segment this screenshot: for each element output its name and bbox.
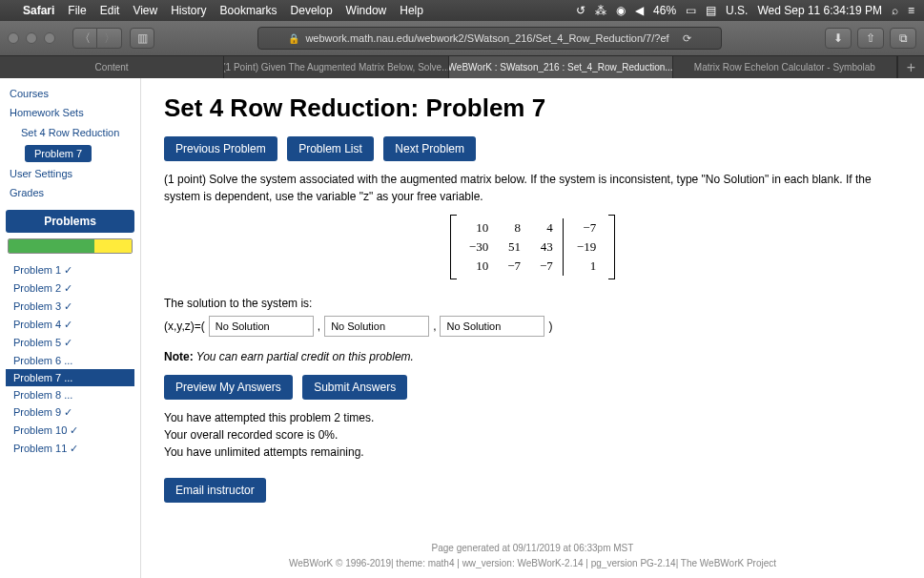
mac-menubar: Safari File Edit View History Bookmarks … — [0, 0, 924, 21]
timemachine-icon[interactable]: ↺ — [576, 4, 585, 17]
back-button[interactable]: 〈 — [72, 28, 97, 49]
flag-icon[interactable]: ▤ — [706, 4, 716, 17]
solution-prefix: (x,y,z)=( — [164, 320, 205, 333]
problem-2[interactable]: Problem 2 ✓ — [6, 279, 134, 298]
sidebar-user-settings[interactable]: User Settings — [0, 164, 140, 183]
progress-bar — [8, 238, 133, 254]
submit-answers-button[interactable]: Submit Answers — [302, 375, 407, 400]
tab-chegg[interactable]: (1 Point) Given The Augmented Matrix Bel… — [224, 56, 448, 78]
battery-percent[interactable]: 46% — [653, 4, 676, 17]
downloads-button[interactable]: ⬇ — [825, 28, 852, 49]
instruction-text: (1 point) Solve the system associated wi… — [164, 171, 901, 205]
wifi-icon[interactable]: ◉ — [616, 4, 626, 17]
progress-complete — [9, 239, 94, 253]
problem-4[interactable]: Problem 4 ✓ — [6, 316, 134, 334]
menu-history[interactable]: History — [171, 4, 206, 17]
problems-header: Problems — [6, 210, 134, 233]
menu-help[interactable]: Help — [400, 4, 423, 17]
menu-develop[interactable]: Develop — [291, 4, 333, 17]
answer-x-input[interactable] — [209, 316, 314, 337]
problem-10[interactable]: Problem 10 ✓ — [6, 422, 134, 440]
problem-11[interactable]: Problem 11 ✓ — [6, 440, 134, 458]
locale[interactable]: U.S. — [726, 4, 748, 17]
sidebar-button[interactable]: ▥ — [130, 28, 154, 49]
problem-list-button[interactable]: Problem List — [287, 136, 374, 161]
problem-1[interactable]: Problem 1 ✓ — [6, 261, 134, 279]
app-name[interactable]: Safari — [23, 4, 54, 17]
page-footer: Page generated at 09/11/2019 at 06:33pm … — [164, 541, 901, 571]
problem-8[interactable]: Problem 8 ... — [6, 386, 134, 403]
email-instructor-button[interactable]: Email instructor — [164, 478, 266, 503]
footer-generated: Page generated at 09/11/2019 at 06:33pm … — [164, 541, 901, 556]
share-button[interactable]: ⇧ — [857, 28, 884, 49]
safari-toolbar: 〈 〉 ▥ 🔒 webwork.math.nau.edu/webwork2/SW… — [0, 21, 924, 55]
remaining-text: You have unlimited attempts remaining. — [164, 444, 901, 461]
problem-5[interactable]: Problem 5 ✓ — [6, 334, 134, 352]
tab-symbolab[interactable]: Matrix Row Echelon Calculator - Symbolab — [673, 56, 897, 78]
sidebar-grades[interactable]: Grades — [0, 183, 140, 202]
score-text: Your overall recorded score is 0%. — [164, 426, 901, 444]
sidebar-homework-sets[interactable]: Homework Sets — [0, 103, 140, 122]
tabs-button[interactable]: ⧉ — [890, 28, 916, 49]
tab-content[interactable]: Content — [0, 56, 224, 78]
spotlight-icon[interactable]: ⌕ — [892, 4, 898, 17]
new-tab-button[interactable]: + — [897, 56, 924, 78]
datetime[interactable]: Wed Sep 11 6:34:19 PM — [757, 4, 882, 17]
problems-panel: Problems Problem 1 ✓ Problem 2 ✓ Problem… — [6, 210, 134, 458]
menu-edit[interactable]: Edit — [100, 4, 120, 17]
battery-icon[interactable]: ▭ — [686, 4, 696, 17]
next-problem-button[interactable]: Next Problem — [383, 136, 476, 161]
progress-partial — [94, 239, 132, 253]
solution-row: (x,y,z)=( , , ) — [164, 316, 901, 337]
solution-label: The solution to the system is: — [164, 297, 901, 310]
matrix-display: 1084−7 −305143−19 10−7−71 — [164, 215, 901, 279]
page-title: Set 4 Row Reduction: Problem 7 — [164, 93, 901, 123]
answer-z-input[interactable] — [440, 316, 544, 337]
menu-view[interactable]: View — [133, 4, 157, 17]
preview-answers-button[interactable]: Preview My Answers — [164, 375, 293, 400]
tab-webwork[interactable]: WeBWorK : SWatson_216 : Set_4_Row_Reduct… — [449, 56, 673, 78]
menu-window[interactable]: Window — [346, 4, 387, 17]
sidebar: Courses Homework Sets Set 4 Row Reductio… — [0, 78, 141, 578]
window-controls — [8, 32, 55, 44]
zoom-dot[interactable] — [44, 32, 55, 44]
footer-credits: WeBWorK © 1996-2019| theme: math4 | ww_v… — [164, 556, 901, 571]
menu-file[interactable]: File — [68, 4, 86, 17]
problem-7[interactable]: Problem 7 ... — [6, 369, 134, 386]
volume-icon[interactable]: ◀ — [635, 4, 644, 17]
bluetooth-icon[interactable]: ⁂ — [595, 4, 606, 17]
page-body: Courses Homework Sets Set 4 Row Reductio… — [0, 78, 924, 578]
sidebar-current-problem[interactable]: Problem 7 — [25, 145, 92, 162]
attempts-text: You have attempted this problem 2 times. — [164, 409, 901, 426]
note-text: Note: You can earn partial credit on thi… — [164, 350, 901, 363]
solution-suffix: ) — [548, 320, 552, 333]
close-dot[interactable] — [8, 32, 19, 44]
address-bar[interactable]: 🔒 webwork.math.nau.edu/webwork2/SWatson_… — [257, 27, 722, 50]
menu-bookmarks[interactable]: Bookmarks — [220, 4, 277, 17]
answer-y-input[interactable] — [324, 316, 429, 337]
prev-problem-button[interactable]: Previous Problem — [164, 136, 277, 161]
forward-button[interactable]: 〉 — [97, 28, 122, 49]
reload-icon[interactable]: ⟳ — [683, 32, 691, 45]
url-text: webwork.math.nau.edu/webwork2/SWatson_21… — [305, 32, 668, 44]
lock-icon: 🔒 — [288, 33, 299, 44]
tab-strip: Content (1 Point) Given The Augmented Ma… — [0, 55, 924, 78]
list-icon[interactable]: ≡ — [908, 4, 914, 17]
problem-6[interactable]: Problem 6 ... — [6, 352, 134, 369]
main-content: Set 4 Row Reduction: Problem 7 Previous … — [141, 78, 924, 578]
minimize-dot[interactable] — [26, 32, 37, 44]
sidebar-courses[interactable]: Courses — [0, 84, 140, 103]
problem-9[interactable]: Problem 9 ✓ — [6, 403, 134, 422]
problem-3[interactable]: Problem 3 ✓ — [6, 298, 134, 316]
status-lines: You have attempted this problem 2 times.… — [164, 409, 901, 461]
sidebar-set-name[interactable]: Set 4 Row Reduction — [0, 122, 140, 143]
